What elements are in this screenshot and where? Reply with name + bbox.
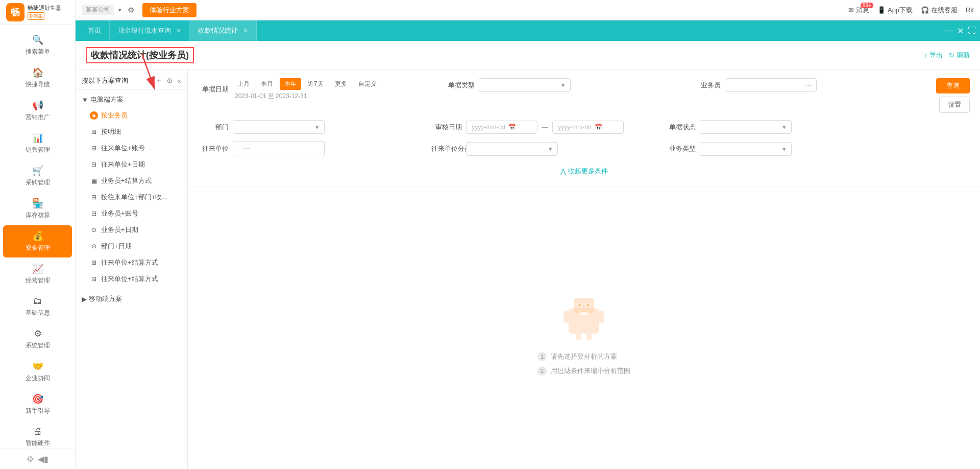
date-tab-this-month[interactable]: 本月 <box>256 78 278 90</box>
refresh-btn[interactable]: ↻ 刷新 <box>949 51 970 60</box>
sidebar-item-inventory[interactable]: 🏪 库存核算 <box>3 193 72 225</box>
empty-step-1: 1 请先选择要分析的方案 <box>537 352 630 361</box>
tab-close-all[interactable]: ✕ <box>957 26 964 36</box>
scheme-item-2[interactable]: ⊟ 往来单位+账号 <box>76 140 187 156</box>
sidebar-item-system[interactable]: ⚙ 系统管理 <box>3 323 72 355</box>
msg-badge: 99+ <box>861 3 873 8</box>
gear-btn[interactable]: ⚙ <box>128 6 134 15</box>
collapse-panel-btn[interactable]: « <box>177 77 181 85</box>
tab-home[interactable]: 首页 <box>80 20 110 41</box>
settings-btn[interactable]: 设置 <box>939 97 970 113</box>
sales-icon: 📊 <box>32 132 43 144</box>
date-tab-this-year[interactable]: 本年 <box>280 78 301 90</box>
scheme-item-1-icon: ⊞ <box>90 128 98 136</box>
sidebar-item-purchase[interactable]: 🛒 采购管理 <box>3 160 72 192</box>
tab-minimize[interactable]: — <box>945 26 953 35</box>
user-label[interactable]: Rit <box>966 6 974 14</box>
date-tab-7days[interactable]: 近7天 <box>303 78 328 90</box>
scheme-item-9-icon: ⊞ <box>90 259 98 267</box>
app-download-btn[interactable]: 📱 App下载 <box>877 6 913 15</box>
date-tab-last-month[interactable]: 上月 <box>233 78 254 90</box>
empty-steps: 1 请先选择要分析的方案 2 用过滤条件来缩小分析范围 <box>537 352 630 376</box>
left-panel: 按以下方案查询 ＋ ⚙ « ▼ 电脑端方案 ◉ 按业务员 <box>76 70 188 469</box>
tab-expand[interactable]: ⛶ <box>968 26 976 35</box>
sidebar-quicknav-label: 快捷导航 <box>26 80 50 89</box>
scheme-item-6[interactable]: ⊟ 业务员+账号 <box>76 205 187 222</box>
mobile-group-header[interactable]: ▶ 移动端方案 <box>76 291 187 307</box>
funds-icon: 💰 <box>32 230 43 242</box>
collapse-footer-btn[interactable]: ◀▮ <box>38 454 48 464</box>
msg-btn[interactable]: ✉ 消息 99+ <box>848 6 869 15</box>
audit-date-to[interactable]: yyyy-mm-dd 📅 <box>552 121 624 134</box>
desktop-group-header[interactable]: ▼ 电脑端方案 <box>76 92 187 107</box>
salesperson-label: 业务员 <box>690 81 721 90</box>
sidebar-item-basic[interactable]: 🗂 基础信息 <box>3 291 72 322</box>
voucher-type-select[interactable]: ▾ <box>479 78 571 92</box>
collapse-btn[interactable]: ⋀ 收起更多条件 <box>560 167 608 176</box>
mobile-group-arrow: ▶ <box>82 295 87 303</box>
tab-receipts-close[interactable]: ✕ <box>243 27 248 34</box>
sidebar-item-operations[interactable]: 📈 经营管理 <box>3 258 72 290</box>
scheme-item-3[interactable]: ⊟ 往来单位+日期 <box>76 156 187 173</box>
date-tabs: 上月 本月 本年 近7天 更多 自定义 <box>233 78 381 90</box>
voucher-type-label: 单据类型 <box>444 81 475 90</box>
voucher-status-select[interactable]: ▾ <box>700 120 792 134</box>
sidebar-item-search[interactable]: 🔍 搜索菜单 <box>3 29 72 61</box>
brand-dropdown[interactable]: ▾ <box>118 7 121 13</box>
date-tab-more[interactable]: 更多 <box>330 78 352 90</box>
scheme-item-7[interactable]: ⊙ 业务员+日期 <box>76 222 187 238</box>
salesperson-select[interactable]: ··· <box>725 78 817 92</box>
query-btn[interactable]: 查询 <box>936 78 970 93</box>
trial-btn[interactable]: 体验行业方案 <box>142 3 197 17</box>
tab-receipts[interactable]: 收款情况统计 ✕ <box>190 20 257 41</box>
tab-cashflow[interactable]: 现金银行流水查询 ✕ <box>110 20 190 41</box>
scheme-item-9[interactable]: ⊞ 往来单位+结算方式 <box>76 254 187 271</box>
sidebar-search-label: 搜索菜单 <box>26 48 50 56</box>
service-btn[interactable]: 🎧 在线客服 <box>921 6 958 15</box>
sidebar-item-hardware[interactable]: 🖨 智能硬件 <box>3 421 72 449</box>
collapse-label: 收起更多条件 <box>568 167 608 176</box>
counterparty-more[interactable]: ··· <box>243 144 250 153</box>
tab-home-label: 首页 <box>88 26 101 35</box>
settings-scheme-btn[interactable]: ⚙ <box>166 77 173 85</box>
tab-cashflow-close[interactable]: ✕ <box>176 27 181 34</box>
lph-title: 按以下方案查询 <box>82 76 128 85</box>
audit-date-from-val: yyyy-mm-dd <box>472 124 505 131</box>
sidebar-logo: 畅 畅捷通好生意 标准版 <box>0 0 75 25</box>
collapse-icon: ⋀ <box>560 168 566 175</box>
scheme-item-4[interactable]: ▦ 业务员+结算方式 <box>76 173 187 189</box>
scheme-item-10-label: 往来单位+结算方式 <box>101 274 158 284</box>
add-scheme-btn[interactable]: ＋ <box>155 76 162 85</box>
lph-icons: ＋ ⚙ « <box>155 76 181 85</box>
settings-footer-btn[interactable]: ⚙ <box>27 454 34 464</box>
scheme-item-10[interactable]: ⊟ 往来单位+结算方式 <box>76 271 187 287</box>
sidebar-item-quicknav[interactable]: 🏠 快捷导航 <box>3 62 72 94</box>
counterparty-select[interactable]: ··· <box>233 141 325 156</box>
counterparty-cat-select[interactable]: ▾ <box>466 142 558 156</box>
sidebar-item-sales[interactable]: 📊 销售管理 <box>3 127 72 159</box>
scheme-item-8[interactable]: ⊙ 部门+日期 <box>76 238 187 254</box>
scheme-item-2-label: 往来单位+账号 <box>101 144 145 153</box>
scheme-item-0[interactable]: ◉ 按业务员 <box>76 107 187 124</box>
right-panel: 单据日期 上月 本月 本年 近7天 更多 自定义 2023-01-01 至 20… <box>188 70 980 469</box>
scheme-item-4-label: 业务员+结算方式 <box>101 176 152 185</box>
export-icon: ↑ <box>924 52 928 59</box>
date-tab-custom[interactable]: 自定义 <box>354 78 381 90</box>
sidebar: 畅 畅捷通好生意 标准版 🔍 搜索菜单 🏠 快捷导航 📢 营销推广 📊 销售管理… <box>0 0 76 469</box>
mobile-schemes-group: ▶ 移动端方案 <box>76 289 187 309</box>
content-wrapper: 按以下方案查询 ＋ ⚙ « ▼ 电脑端方案 ◉ 按业务员 <box>76 70 980 469</box>
audit-date-from[interactable]: yyyy-mm-dd 📅 <box>466 121 537 134</box>
operations-icon: 📈 <box>32 263 43 274</box>
sidebar-item-marketing[interactable]: 📢 营销推广 <box>3 95 72 127</box>
scheme-item-1[interactable]: ⊞ 按明细 <box>76 124 187 140</box>
sidebar-nav: 🔍 搜索菜单 🏠 快捷导航 📢 营销推广 📊 销售管理 🛒 采购管理 🏪 库存核… <box>0 25 75 449</box>
scheme-item-5[interactable]: ⊟ 按往来单位+部门+收... <box>76 189 187 205</box>
business-type-select[interactable]: ▾ <box>700 142 792 156</box>
sidebar-item-enterprise[interactable]: 🤝 企业协同 <box>3 356 72 388</box>
sidebar-item-guide[interactable]: 🎯 新手引导 <box>3 388 72 420</box>
export-btn[interactable]: ↑ 导出 <box>924 51 943 60</box>
page-title: 收款情况统计(按业务员) <box>86 47 194 63</box>
sidebar-item-funds[interactable]: 💰 资金管理 <box>3 225 72 257</box>
scheme-item-7-icon: ⊙ <box>90 226 98 234</box>
dept-select[interactable]: ▾ <box>233 120 325 134</box>
